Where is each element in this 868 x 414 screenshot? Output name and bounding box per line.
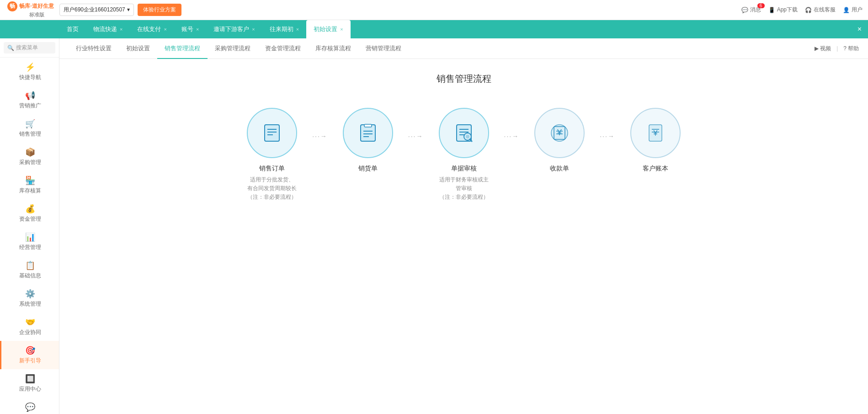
sub-tab-industry[interactable]: 行业特性设置 xyxy=(69,38,119,59)
help-icon: ? xyxy=(843,45,847,52)
flow-step-sales-order[interactable]: 销售订单 适用于分批发货、有合同发货周期较长（注：非必要流程） xyxy=(235,108,309,202)
sidebar-item-wechat[interactable]: 💬 企业微信 xyxy=(0,398,59,414)
flow-label-sales-order: 销售订单 xyxy=(259,165,285,173)
nav-tab-period[interactable]: 往来期初 × xyxy=(262,20,306,38)
flow-arrow-4: ···→ xyxy=(596,133,619,140)
shortcut-icon: ⚡ xyxy=(25,62,35,72)
flow-step-ledger[interactable]: ¥ 客户账本 xyxy=(619,108,692,175)
sub-tab-marketing-flow[interactable]: 营销管理流程 xyxy=(358,38,409,59)
search-input-area[interactable]: 🔍 搜索菜单 xyxy=(4,42,55,53)
flow-label-receipt: 收款单 xyxy=(550,165,569,173)
marketing-icon: 📢 xyxy=(25,90,35,101)
flow-circle-audit xyxy=(439,108,489,158)
sales-icon: 🛒 xyxy=(25,119,35,129)
flow-desc-sales-order: 适用于分批发货、有合同发货周期较长（注：非必要流程） xyxy=(247,175,297,202)
nav-tab-payment[interactable]: 在线支付 × xyxy=(130,20,174,38)
sub-tabs-right: ▶ 视频 | ? 帮助 xyxy=(815,45,859,53)
dropdown-arrow-icon: ▾ xyxy=(127,6,130,13)
wechat-icon: 💬 xyxy=(25,402,35,412)
app-logo: 畅 畅库·道好生意 标准版 xyxy=(5,1,56,18)
nav-tab-close-icon[interactable]: × xyxy=(340,27,343,32)
nav-tab-account[interactable]: 账号 × xyxy=(174,20,206,38)
flow-label-ledger: 客户账本 xyxy=(643,165,668,173)
flow-label-audit: 单据审核 xyxy=(451,165,477,173)
guide-icon: 🎯 xyxy=(25,345,35,356)
service-icon: 🎧 xyxy=(805,7,812,13)
online-service-button[interactable]: 🎧 在线客服 xyxy=(805,6,836,14)
svg-rect-0 xyxy=(265,125,279,141)
flow-step-receipt[interactable]: ¥ 收款单 xyxy=(523,108,596,175)
top-header: 畅 畅库·道好生意 标准版 用户690企业1660120507 ▾ 体验行业方案… xyxy=(0,0,868,20)
flow-step-delivery[interactable]: 销货单 xyxy=(331,108,405,175)
video-help-button[interactable]: ▶ 视频 xyxy=(815,45,831,53)
sidebar-search-area[interactable]: 🔍 搜索菜单 xyxy=(0,38,59,58)
page-title: 销售管理流程 xyxy=(78,73,850,85)
sidebar: 🔍 搜索菜单 ⚡ 快捷导航 📢 营销推广 🛒 销售管理 📦 采购管理 🏪 库存核… xyxy=(0,38,59,414)
sidebar-item-guide[interactable]: 🎯 新手引导 xyxy=(0,341,59,369)
flow-diagram: 销售订单 适用于分批发货、有合同发货周期较长（注：非必要流程） ···→ xyxy=(78,108,850,202)
flow-arrow-3: ···→ xyxy=(501,133,523,140)
help-button[interactable]: ? 帮助 xyxy=(843,45,859,53)
flow-circle-delivery xyxy=(343,108,393,158)
sidebar-item-enterprise[interactable]: 🤝 企业协同 xyxy=(0,313,59,341)
finance-icon: 💰 xyxy=(25,204,35,214)
nav-tab-init[interactable]: 初始设置 × xyxy=(306,20,350,38)
nav-tab-invite[interactable]: 邀请下游客户 × xyxy=(206,20,262,38)
logo-icon: 畅 xyxy=(7,1,17,11)
nav-tab-close-icon[interactable]: × xyxy=(120,27,122,32)
avatar-icon: 👤 xyxy=(843,7,850,13)
download-icon: 📱 xyxy=(768,7,775,13)
search-icon: 🔍 xyxy=(7,45,14,51)
flow-step-audit[interactable]: 单据审核 适用于财务审核或主管审核（注：非必要流程） xyxy=(427,108,501,202)
sidebar-item-marketing[interactable]: 📢 营销推广 xyxy=(0,86,59,114)
nav-tab-close-icon[interactable]: × xyxy=(196,27,199,32)
sub-tab-purchase-flow[interactable]: 采购管理流程 xyxy=(208,38,258,59)
message-icon: 💬 xyxy=(741,7,748,13)
flow-desc-audit: 适用于财务审核或主管审核（注：非必要流程） xyxy=(439,175,489,202)
nav-tab-close-icon[interactable]: × xyxy=(252,27,255,32)
flow-label-delivery: 销货单 xyxy=(358,165,378,173)
flow-circle-sales-order xyxy=(247,108,297,158)
system-icon: ⚙️ xyxy=(25,289,35,299)
sub-tab-inventory-flow[interactable]: 库存核算流程 xyxy=(308,38,358,59)
header-right: 💬 消息 6 📱 App下载 🎧 在线客服 👤 用户 xyxy=(741,6,863,14)
flow-arrow-2: ···→ xyxy=(405,133,427,140)
sidebar-item-purchase[interactable]: 📦 采购管理 xyxy=(0,143,59,171)
nav-tab-close-icon[interactable]: × xyxy=(164,27,166,32)
sidebar-item-basic[interactable]: 📋 基础信息 xyxy=(0,256,59,284)
header-left: 畅 畅库·道好生意 标准版 用户690企业1660120507 ▾ 体验行业方案 xyxy=(5,1,181,18)
sidebar-item-operations[interactable]: 📊 经营管理 xyxy=(0,228,59,256)
sub-tab-sales-flow[interactable]: 销售管理流程 xyxy=(157,38,208,59)
nav-tab-close-icon[interactable]: × xyxy=(296,27,299,32)
sub-tab-finance-flow[interactable]: 资金管理流程 xyxy=(258,38,308,59)
logo-text: 畅 畅库·道好生意 标准版 xyxy=(7,1,53,18)
operations-icon: 📊 xyxy=(25,232,35,242)
nav-close-all-button[interactable]: × xyxy=(851,25,868,33)
appstore-icon: 🔲 xyxy=(25,374,35,384)
video-icon: ▶ xyxy=(815,45,819,52)
user-selector[interactable]: 用户690企业1660120507 ▾ xyxy=(59,4,134,16)
svg-text:¥: ¥ xyxy=(653,129,657,137)
message-button[interactable]: 💬 消息 6 xyxy=(741,6,761,14)
sidebar-item-shortcut[interactable]: ⚡ 快捷导航 xyxy=(0,58,59,86)
sidebar-item-sales[interactable]: 🛒 销售管理 xyxy=(0,114,59,143)
main-content: 行业特性设置 初始设置 销售管理流程 采购管理流程 资金管理流程 库存核算流程 … xyxy=(59,38,868,414)
app-download-button[interactable]: 📱 App下载 xyxy=(768,6,798,14)
sidebar-item-inventory[interactable]: 🏪 库存核算 xyxy=(0,171,59,199)
trial-button[interactable]: 体验行业方案 xyxy=(138,4,181,16)
inventory-icon: 🏪 xyxy=(25,175,35,186)
purchase-icon: 📦 xyxy=(25,147,35,157)
nav-tab-home[interactable]: 首页 xyxy=(59,20,86,38)
page-body: 销售管理流程 销售订单 适用于分批发货、有合同发货周期较长（注：非必要流程） xyxy=(59,59,868,216)
sub-tab-init[interactable]: 初始设置 xyxy=(119,38,157,59)
basic-icon: 📋 xyxy=(25,260,35,271)
user-menu-button[interactable]: 👤 用户 xyxy=(843,6,863,14)
flow-circle-receipt: ¥ xyxy=(534,108,585,158)
nav-tab-logistics[interactable]: 物流快递 × xyxy=(86,20,130,38)
sidebar-item-finance[interactable]: 💰 资金管理 xyxy=(0,199,59,228)
sidebar-item-system[interactable]: ⚙️ 系统管理 xyxy=(0,284,59,313)
sidebar-item-appstore[interactable]: 🔲 应用中心 xyxy=(0,369,59,398)
enterprise-icon: 🤝 xyxy=(25,317,35,327)
flow-circle-ledger: ¥ xyxy=(630,108,681,158)
main-layout: 🔍 搜索菜单 ⚡ 快捷导航 📢 营销推广 🛒 销售管理 📦 采购管理 🏪 库存核… xyxy=(0,38,868,414)
